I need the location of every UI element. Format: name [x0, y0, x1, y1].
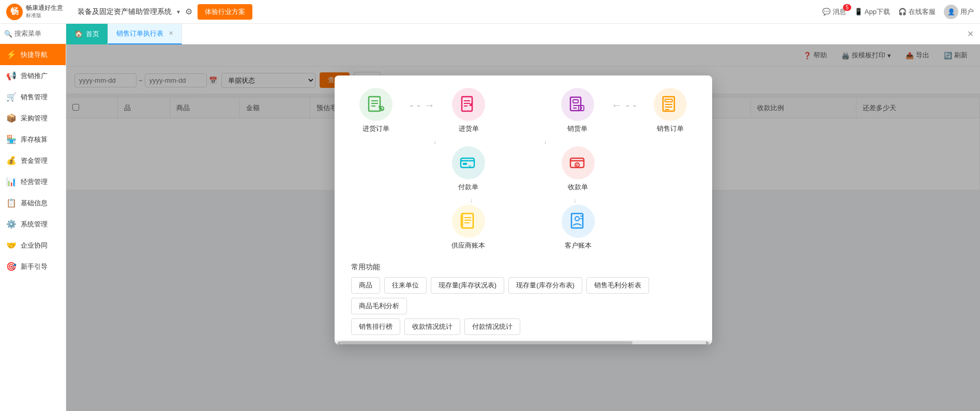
sidebar-item-label: 资金管理	[21, 156, 48, 165]
node-purchase-order[interactable]: 进货订单	[359, 88, 393, 133]
sidebar-item-label: 销售管理	[21, 93, 48, 102]
sales-bill-icon[interactable]	[561, 88, 594, 121]
online-service-item[interactable]: 🎧 在线客服	[898, 7, 936, 17]
scrollbar-track[interactable]	[341, 341, 706, 344]
basic-icon: 📋	[6, 198, 17, 208]
tab-close-icon[interactable]: ✕	[169, 30, 173, 37]
top-bar: 畅 畅康通好生意 标准版 装备及固定资产辅助管理系统 ▾ ⚙ 体验行业方案 💬 …	[0, 0, 980, 24]
sidebar-search[interactable]: 🔍 搜索菜单	[0, 24, 66, 44]
user-label: 用户	[960, 7, 974, 17]
arrow-left-1: ← - -	[611, 99, 637, 112]
down-arrow-sales: ↓	[544, 138, 547, 145]
tab-sales-order[interactable]: 销售订单执行表 ✕	[108, 24, 182, 44]
svg-rect-30	[460, 215, 463, 227]
func-btn-receipt-stats[interactable]: 收款情况统计	[404, 318, 460, 335]
app-download-label: App下载	[865, 7, 890, 17]
sidebar-item-system[interactable]: ⚙️ 系统管理	[0, 214, 66, 235]
sidebar-item-operations[interactable]: 📊 经营管理	[0, 171, 66, 192]
purchase-icon: 📦	[6, 113, 17, 123]
tab-home[interactable]: 🏠 首页	[66, 24, 108, 44]
supplier-ledger-icon[interactable]	[452, 205, 485, 238]
marketing-icon: 📢	[6, 71, 17, 81]
node-supplier-ledger[interactable]: 供应商账本	[451, 205, 485, 250]
online-service-label: 在线客服	[909, 7, 936, 17]
func-btns-row1: 商品 往来单位 现存量(库存状况表) 现存量(库存分布表) 销售毛利分析表 商品…	[351, 277, 696, 314]
purchase-order-label: 进货订单	[363, 124, 389, 133]
sidebar-item-enterprise[interactable]: 🤝 企业协同	[0, 235, 66, 256]
scrollbar-left-arrow[interactable]: ◀	[337, 340, 341, 344]
sales-bill-label: 销货单	[567, 124, 587, 133]
sidebar-item-label: 企业协同	[21, 241, 48, 250]
operations-icon: 📊	[6, 177, 17, 187]
sidebar-item-label: 营销推广	[21, 71, 48, 81]
func-btn-stock-dist[interactable]: 现存量(库存分布表)	[508, 277, 582, 294]
user-avatar: 👤	[944, 5, 958, 19]
payment-icon[interactable]: ¥	[452, 146, 485, 179]
node-sales-order[interactable]: 销售订单	[654, 88, 687, 133]
purchase-order-icon[interactable]	[359, 88, 393, 121]
receipt-label: 收款单	[568, 182, 588, 192]
customer-ledger-icon[interactable]	[562, 205, 595, 238]
common-func-title: 常用功能	[351, 263, 696, 272]
sidebar-item-label: 新手引导	[21, 262, 48, 271]
scrollbar-thumb[interactable]	[341, 341, 633, 344]
purchase-bill-icon[interactable]	[452, 88, 485, 121]
sidebar-item-newbie[interactable]: 🎯 新手引导	[0, 256, 66, 277]
func-btn-partner[interactable]: 往来单位	[384, 277, 427, 294]
sales-order-icon[interactable]	[654, 88, 687, 121]
sidebar-item-label: 经营管理	[21, 177, 48, 187]
headset-icon: 🎧	[898, 8, 907, 16]
sidebar-item-quick-nav[interactable]: ⚡ 快捷导航	[0, 44, 66, 65]
modal-scrollbar[interactable]: ◀ ▶	[335, 340, 712, 344]
sidebar-item-inventory[interactable]: 🏪 库存核算	[0, 129, 66, 150]
func-btn-product-profit[interactable]: 商品毛利分析	[351, 298, 407, 314]
sidebar-search-label: 搜索菜单	[14, 29, 41, 38]
receipt-icon[interactable]: ¥	[562, 146, 595, 179]
sidebar-item-label: 采购管理	[21, 114, 48, 123]
func-btn-sales-profit[interactable]: 销售毛利分析表	[586, 277, 649, 294]
sidebar-item-marketing[interactable]: 📢 营销推广	[0, 65, 66, 86]
app-wrapper: 畅 畅康通好生意 标准版 装备及固定资产辅助管理系统 ▾ ⚙ 体验行业方案 💬 …	[0, 0, 980, 411]
svg-point-35	[575, 217, 579, 221]
node-sales-bill[interactable]: 销货单	[561, 88, 594, 133]
func-btn-product[interactable]: 商品	[351, 277, 380, 294]
node-receipt[interactable]: ¥ 收款单	[562, 146, 595, 192]
system-title: 装备及固定资产辅助管理系统	[78, 7, 172, 17]
sidebar-nav: ⚡ 快捷导航 📢 营销推广 🛒 销售管理 📦 采购管理 🏪 库存核算	[0, 44, 66, 411]
sidebar-item-label: 快捷导航	[21, 50, 48, 59]
sidebar-item-basic[interactable]: 📋 基础信息	[0, 192, 66, 214]
settings-icon[interactable]: ⚙	[185, 7, 192, 17]
enterprise-icon: 🤝	[6, 240, 17, 250]
close-all-icon[interactable]: ✕	[967, 29, 980, 39]
func-btn-sales-rank[interactable]: 销售排行榜	[351, 318, 400, 335]
message-icon-item[interactable]: 💬 消息 5	[822, 7, 846, 17]
svg-rect-10	[573, 100, 578, 103]
modal-overlay[interactable]: 进货订单 - - → 进货单	[66, 44, 980, 411]
dropdown-arrow-icon[interactable]: ▾	[177, 8, 180, 16]
logo-area: 畅 畅康通好生意 标准版	[6, 4, 68, 20]
scrollbar-right-arrow[interactable]: ▶	[706, 340, 710, 344]
node-customer-ledger[interactable]: 客户账本	[562, 205, 595, 250]
sidebar-search-inner[interactable]: 🔍 搜索菜单	[4, 29, 62, 38]
func-btn-payment-stats[interactable]: 付款情况统计	[464, 318, 520, 335]
main-area: 🔍 搜索菜单 ⚡ 快捷导航 📢 营销推广 🛒 销售管理 📦	[0, 24, 980, 411]
content-area: 🏠 首页 销售订单执行表 ✕ ✕ ❓ 帮助 🖨	[66, 24, 980, 411]
logo-icon: 畅	[6, 4, 23, 20]
finance-icon: 💰	[6, 156, 17, 165]
user-item[interactable]: 👤 用户	[944, 5, 974, 19]
payment-label: 付款单	[458, 182, 478, 192]
app-download-item[interactable]: 📱 App下载	[854, 7, 890, 17]
trial-button[interactable]: 体验行业方案	[198, 4, 252, 20]
sidebar-item-sales[interactable]: 🛒 销售管理	[0, 86, 66, 108]
svg-rect-29	[462, 214, 473, 228]
sidebar-item-purchase[interactable]: 📦 采购管理	[0, 108, 66, 129]
sidebar-item-label: 库存核算	[21, 135, 48, 144]
tab-home-label: 首页	[86, 29, 99, 39]
top-right-area: 💬 消息 5 📱 App下载 🎧 在线客服 👤 用户	[822, 5, 974, 19]
node-purchase-bill[interactable]: 进货单	[452, 88, 485, 133]
customer-ledger-label: 客户账本	[565, 241, 592, 250]
tab-bar: 🏠 首页 销售订单执行表 ✕ ✕	[66, 24, 980, 44]
node-payment[interactable]: ¥ 付款单	[452, 146, 485, 192]
sidebar-item-finance[interactable]: 💰 资金管理	[0, 150, 66, 171]
func-btn-stock-status[interactable]: 现存量(库存状况表)	[431, 277, 505, 294]
